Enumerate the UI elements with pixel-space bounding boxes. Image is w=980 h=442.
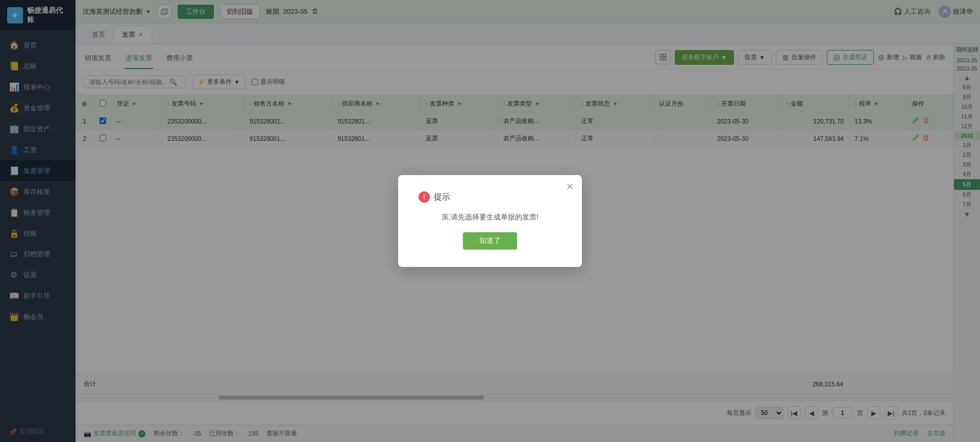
modal-overlay[interactable]: ✕ ! 提示 亲,请先选择要生成单据的发票! 知道了: [0, 0, 980, 442]
modal-header: ! 提示: [419, 191, 561, 203]
modal-confirm-button[interactable]: 知道了: [463, 232, 517, 250]
modal-dialog: ✕ ! 提示 亲,请先选择要生成单据的发票! 知道了: [398, 175, 582, 267]
modal-message: 亲,请先选择要生成单据的发票!: [419, 213, 561, 222]
modal-close-button[interactable]: ✕: [566, 181, 574, 192]
warning-icon: !: [419, 191, 430, 203]
modal-title: 提示: [434, 192, 450, 203]
modal-footer: 知道了: [419, 232, 561, 250]
